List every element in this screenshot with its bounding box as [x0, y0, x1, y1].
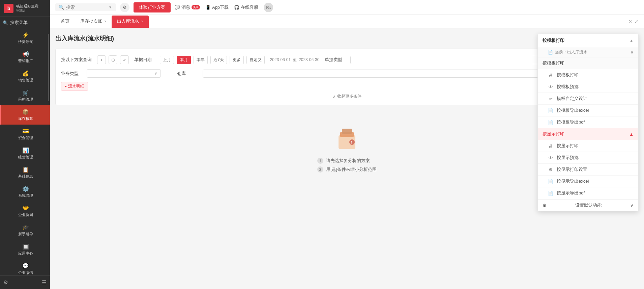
close-all-tabs-button[interactable]: × [629, 19, 632, 25]
online-service-button[interactable]: 🎧 在线客服 [234, 4, 258, 10]
dropdown-item-template-export-pdf[interactable]: 📄 按模板导出pdf [538, 116, 638, 128]
biz-type-select[interactable]: ∨ [87, 69, 161, 78]
sidebar-item-purchase[interactable]: 🛒 采购管理 [0, 86, 50, 105]
empty-steps-list: 1 请先选择要分析的方案 2 用[选]条件来缩小分析范围 [317, 158, 377, 175]
dropdown-set-default-button[interactable]: ⚙ 设置默认功能 ∨ [538, 199, 638, 211]
item-label: 按显示导出excel [557, 178, 589, 184]
item-label: 按显示预览 [557, 155, 579, 161]
dropdown-header: 按模板打印 ▲ [538, 34, 638, 47]
step-2-text: 用[选]条件来缩小分析范围 [326, 166, 377, 173]
message-badge: 99+ [192, 5, 200, 9]
dropdown-item-template-print[interactable]: 🖨 按模板打印 [538, 69, 638, 81]
collapse-label: 收起更多条件 [337, 94, 361, 99]
collapse-more-button[interactable]: ∧ 收起更多条件 [333, 94, 361, 99]
sidebar-item-finance[interactable]: 💳 资金管理 [0, 125, 50, 144]
finance-icon: 💳 [22, 128, 29, 134]
sidebar: b 畅捷通好生意 标准版 🔍 搜索菜单 ⚡ 快捷导航 📢 营销推广 💰 销售管理… [0, 0, 50, 289]
sidebar-item-label: 经营管理 [18, 155, 33, 160]
print-icon: 🖨 [548, 143, 553, 149]
search-input[interactable] [66, 5, 107, 10]
date-filter-label: 单据日期 [134, 57, 154, 63]
svg-rect-2 [342, 129, 352, 134]
quick-nav-icon: ⚡ [22, 32, 29, 38]
filter-add-button[interactable]: + [97, 55, 106, 64]
sidebar-logo: b 畅捷通好生意 标准版 [0, 0, 50, 17]
sales-icon: 💰 [22, 70, 29, 77]
dropdown-item-display-print-settings[interactable]: ⚙ 按显示打印设置 [538, 164, 638, 176]
user-avatar[interactable]: Rit [264, 3, 273, 12]
date-btn-this-month[interactable]: 本月 [177, 56, 191, 64]
dropdown-item-display-export-excel[interactable]: 📄 按显示导出excel [538, 176, 638, 187]
warehouse-label: 仓库 [177, 71, 197, 77]
dropdown-item-template-export-excel[interactable]: 📄 按模板导出excel [538, 105, 638, 116]
current-icon: 📄 [548, 50, 553, 55]
date-range: 2023-06-01 至 2023-06-30 [270, 57, 320, 63]
sidebar-item-sales[interactable]: 💰 销售管理 [0, 67, 50, 86]
filter-collapse-button[interactable]: « [120, 55, 129, 64]
sidebar-item-enterprise[interactable]: 🤝 企业协同 [0, 202, 50, 221]
sidebar-item-guide[interactable]: 🎓 新手引导 [0, 221, 50, 240]
filter-tag-active[interactable]: ● 流水明细 [61, 82, 88, 91]
topbar-gear-button[interactable]: ⚙ [120, 3, 129, 12]
gear-icon: ⚙ [123, 5, 127, 10]
sidebar-item-app-center[interactable]: 🔲 应用中心 [0, 240, 50, 259]
system-icon: ⚙️ [22, 186, 29, 192]
set-default-icon: ⚙ [543, 203, 547, 208]
dropdown-item-template-custom[interactable]: ✏ 模板自定义设计 [538, 93, 638, 105]
marketing-icon: 📢 [22, 51, 29, 57]
sidebar-search[interactable]: 🔍 搜索菜单 [0, 17, 50, 28]
tab-inventory-batch[interactable]: 库存批次账 × [75, 16, 112, 28]
enterprise-wx-icon: 💬 [22, 263, 29, 269]
filter-tag-label: 流水明细 [68, 83, 84, 89]
filter-settings-button[interactable]: ⊙ [109, 55, 117, 64]
sidebar-menu-icon[interactable]: ☰ [42, 279, 47, 286]
biz-type-label: 业务类型 [61, 71, 81, 77]
message-label: 消息 [181, 4, 190, 10]
template-print-group-header[interactable]: 按模板打印 [538, 57, 638, 69]
sidebar-item-quick-nav[interactable]: ⚡ 快捷导航 [0, 28, 50, 48]
tab-inout-flow-label: 出入库流水 [117, 18, 139, 24]
dropdown-item-display-print[interactable]: 🖨 按显示打印 [538, 140, 638, 152]
tab-inout-flow-close[interactable]: × [141, 19, 143, 23]
page-title: 出入库流水(流水明细) [55, 34, 114, 43]
date-btn-last-month[interactable]: 上月 [160, 56, 174, 64]
trial-industry-button[interactable]: 体验行业方案 [134, 2, 171, 12]
sidebar-item-marketing[interactable]: 📢 营销推广 [0, 48, 50, 67]
sidebar-settings-icon[interactable]: ⚙ [3, 279, 8, 286]
set-default-arrow: ∨ [630, 203, 634, 208]
pdf-icon: 📄 [548, 190, 553, 196]
tab-inout-flow[interactable]: 出入库流水 × [112, 16, 148, 28]
sidebar-item-system[interactable]: ⚙️ 系统管理 [0, 182, 50, 202]
item-label: 按模板预览 [557, 84, 579, 90]
date-btn-custom[interactable]: 自定义 [246, 56, 265, 64]
item-label: 按模板打印 [557, 72, 579, 78]
dropdown-item-display-export-pdf[interactable]: 📄 按显示导出pdf [538, 187, 638, 199]
purchase-icon: 🛒 [22, 89, 29, 96]
doc-type-label: 单据类型 [325, 57, 345, 63]
sidebar-item-label: 库存核算 [18, 116, 33, 121]
sidebar-item-operations[interactable]: 📊 经营管理 [0, 144, 50, 163]
date-btn-7days[interactable]: 近7天 [210, 56, 227, 64]
app-download-button[interactable]: 📱 App下载 [205, 4, 229, 10]
message-button[interactable]: 💬 消息 99+ [175, 4, 200, 10]
expand-tabs-button[interactable]: ⤢ [635, 19, 639, 24]
date-btn-more[interactable]: 更多 [230, 56, 244, 64]
tab-inventory-batch-close[interactable]: × [104, 19, 106, 23]
search-dropdown-arrow[interactable]: ▼ [109, 5, 112, 9]
sidebar-scrollbar[interactable] [48, 34, 49, 101]
sidebar-item-label: 采购管理 [18, 97, 33, 102]
dropdown-close-arrow[interactable]: ▲ [629, 38, 634, 43]
sidebar-item-basic-info[interactable]: 📋 基础信息 [0, 163, 50, 182]
current-text: 当前：出入库流水 [555, 49, 587, 55]
sidebar-item-inventory[interactable]: 📦 库存核算 [0, 105, 50, 125]
tab-home[interactable]: 首页 [55, 16, 75, 28]
current-arrow[interactable]: ∨ [631, 50, 634, 55]
display-print-group-arrow: ▲ [629, 132, 634, 137]
date-btn-this-year[interactable]: 本年 [194, 56, 208, 64]
sidebar-item-enterprise-wx[interactable]: 💬 企业微信 [0, 259, 50, 275]
dropdown-item-template-preview[interactable]: 👁 按模板预览 [538, 81, 638, 93]
topbar-search-box[interactable]: 🔍 ▼ [55, 3, 116, 11]
guide-icon: 🎓 [22, 224, 29, 231]
display-print-group-header[interactable]: 按显示打印 ▲ [538, 128, 638, 140]
dropdown-item-display-preview[interactable]: 👁 按显示预览 [538, 152, 638, 164]
